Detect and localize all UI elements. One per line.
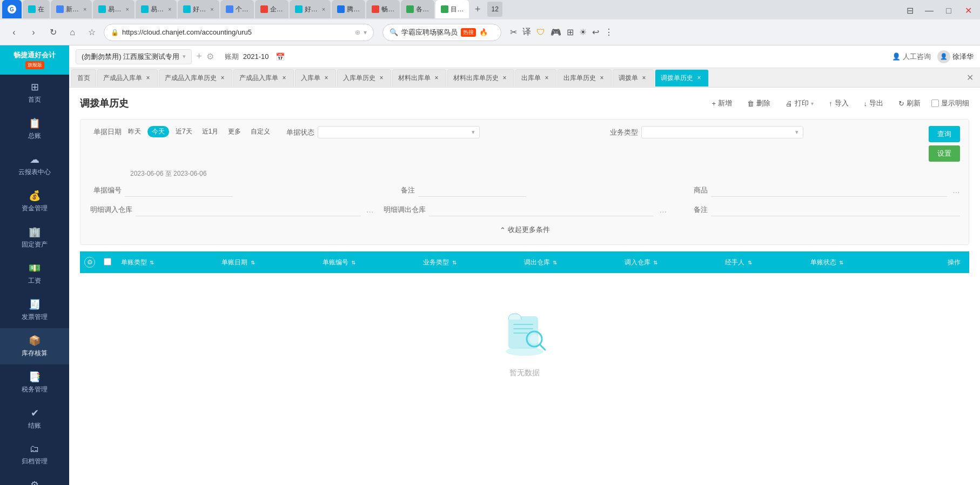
tab-customize-button[interactable]: ⊟	[902, 3, 917, 18]
page-tab-7[interactable]: 材料出库单 ×	[392, 69, 446, 87]
address-input[interactable]: 🔒 https://cloud.chanjet.com/accounting/u…	[104, 24, 374, 41]
tab-count[interactable]: 12	[487, 2, 502, 17]
th-transfer-out-sort[interactable]: ⇅	[553, 260, 557, 265]
page-tab-5[interactable]: 入库单 ×	[295, 69, 336, 87]
browser-tab-11[interactable]: 目…	[435, 0, 469, 18]
page-tab-3-close[interactable]: ×	[219, 74, 226, 82]
page-tab-8[interactable]: 材料出库单历史 ×	[447, 69, 514, 87]
th-handler[interactable]: 经手人 ⇅	[721, 251, 806, 273]
close-all-tabs-button[interactable]: ✕	[962, 72, 978, 83]
th-bill-type-sort[interactable]: ⇅	[150, 260, 154, 265]
th-bill-date[interactable]: 单账日期 ⇅	[217, 251, 318, 273]
scissors-icon[interactable]: ✂	[510, 27, 517, 37]
refresh-button[interactable]: ↻	[45, 25, 61, 40]
sidebar-item-inventory[interactable]: 📦 库存核算	[0, 328, 69, 364]
page-tab-9-close[interactable]: ×	[543, 74, 551, 82]
browser-tab-3[interactable]: 易… ×	[136, 0, 177, 18]
browser-tab-1[interactable]: 新… ×	[51, 0, 92, 18]
forward-button[interactable]: ›	[26, 25, 41, 40]
brightness-icon[interactable]: ☀	[579, 27, 587, 37]
page-tab-5-close[interactable]: ×	[323, 74, 330, 82]
back-button[interactable]: ‹	[6, 25, 22, 40]
browser-tab-zai[interactable]: 在	[23, 0, 50, 18]
collapse-button[interactable]: ⌃ 收起更多条件	[491, 222, 559, 238]
sidebar-item-settings[interactable]: ⚙ 基础设置	[0, 473, 69, 485]
page-tab-11[interactable]: 调拨单 ×	[613, 69, 654, 87]
sidebar-item-payroll[interactable]: 💵 工资	[0, 256, 69, 292]
status-dropdown[interactable]: ▾	[318, 126, 480, 138]
export-button[interactable]: ↓ 导出	[860, 96, 888, 110]
company-selector[interactable]: (勿删勿禁用) 江西服宝测试专用 ▾	[76, 49, 192, 64]
tab-close-button[interactable]: ✕	[961, 3, 976, 18]
page-tab-2-close[interactable]: ×	[144, 74, 152, 82]
page-tab-9[interactable]: 出库单 ×	[515, 69, 556, 87]
delete-button[interactable]: 🗑 删除	[743, 96, 775, 110]
goods-more-icon[interactable]: …	[952, 186, 960, 195]
sidebar-item-reports[interactable]: ☁ 云报表中心	[0, 147, 69, 183]
print-button[interactable]: 🖨 打印 ▾	[781, 96, 818, 110]
sidebar-item-ledger[interactable]: 📋 总账	[0, 111, 69, 147]
page-tab-2[interactable]: 产成品入库单 ×	[97, 69, 158, 87]
sidebar-item-closing[interactable]: ✔ 结账	[0, 401, 69, 437]
sidebar-item-tax[interactable]: 📑 税务管理	[0, 364, 69, 401]
remark-input[interactable]	[418, 184, 526, 197]
page-tab-12[interactable]: 调拨单历史 ×	[655, 69, 709, 87]
company-settings-icon[interactable]: ⚙	[206, 51, 214, 62]
th-bill-status-sort[interactable]: ⇅	[839, 260, 843, 265]
user-menu[interactable]: 👤 徐泽华	[937, 50, 974, 63]
print-dropdown-icon[interactable]: ▾	[811, 101, 814, 107]
browser-tab-4[interactable]: 好… ×	[178, 0, 219, 18]
page-tab-10-close[interactable]: ×	[598, 74, 606, 82]
th-settings[interactable]: ⚙	[80, 251, 99, 273]
menu-icon[interactable]: ⋮	[605, 27, 613, 37]
game-icon[interactable]: 🎮	[551, 27, 561, 37]
page-tab-home[interactable]: 首页	[71, 69, 96, 87]
th-bill-type[interactable]: 单账类型 ⇅	[117, 251, 217, 273]
query-button[interactable]: 查询	[929, 126, 960, 142]
th-handler-sort[interactable]: ⇅	[748, 260, 752, 265]
detail-out-more-icon[interactable]: …	[659, 205, 667, 214]
page-tab-6[interactable]: 入库单历史 ×	[337, 69, 391, 87]
grid-icon[interactable]: ⊞	[567, 27, 574, 37]
detail-in-input[interactable]	[136, 203, 361, 216]
sidebar-item-funds[interactable]: 💰 资金管理	[0, 183, 69, 220]
page-tab-7-close[interactable]: ×	[433, 74, 440, 82]
tab-maximize-button[interactable]: □	[941, 3, 956, 18]
th-transfer-in-sort[interactable]: ⇅	[653, 260, 657, 265]
select-all-checkbox[interactable]	[104, 258, 111, 265]
date-btn-yesterday[interactable]: 昨天	[125, 126, 144, 137]
date-btn-today[interactable]: 今天	[147, 126, 169, 137]
browser-tab-6[interactable]: 企…	[255, 0, 288, 18]
bill-no-input[interactable]	[125, 184, 233, 197]
tab-minimize-button[interactable]: —	[922, 3, 937, 18]
goods-input[interactable]	[711, 184, 947, 197]
address-dropdown-icon[interactable]: ▾	[364, 29, 367, 36]
remark2-input[interactable]	[711, 203, 960, 216]
tab-close-7[interactable]: ×	[322, 6, 325, 12]
sidebar-item-invoices[interactable]: 🧾 发票管理	[0, 292, 69, 328]
detail-in-more-icon[interactable]: …	[366, 205, 374, 214]
browser-tab-8[interactable]: 腾…	[332, 0, 365, 18]
date-btn-custom[interactable]: 自定义	[247, 126, 273, 137]
search-bar[interactable]: 🔍 学霸应聘场驱鸟员 热搜 🔥	[382, 24, 501, 41]
page-tab-4-close[interactable]: ×	[280, 74, 288, 82]
filter-settings-button[interactable]: 设置	[929, 145, 960, 162]
tab-close-2[interactable]: ×	[125, 6, 129, 12]
browser-tab-9[interactable]: 畅…	[366, 0, 400, 18]
sidebar-item-archives[interactable]: 🗂 归档管理	[0, 437, 69, 473]
browser-logo-tab[interactable]: G	[2, 0, 22, 18]
undo-icon[interactable]: ↩	[592, 27, 599, 37]
calendar-icon[interactable]: 📅	[276, 52, 285, 61]
show-cols-toggle[interactable]: 显示明细	[931, 98, 969, 108]
th-business-type-sort[interactable]: ⇅	[452, 260, 457, 265]
service-button[interactable]: 👤 人工咨询	[892, 52, 931, 62]
tab-close-4[interactable]: ×	[210, 6, 213, 12]
date-btn-7days[interactable]: 近7天	[172, 126, 196, 137]
th-bill-no[interactable]: 单账编号 ⇅	[318, 251, 419, 273]
import-button[interactable]: ↑ 导入	[824, 96, 853, 110]
page-tab-12-close[interactable]: ×	[695, 74, 703, 82]
address-menu-icon[interactable]: ⊕	[355, 29, 360, 36]
detail-out-input[interactable]	[429, 203, 654, 216]
home-button[interactable]: ⌂	[65, 25, 80, 40]
favorite-button[interactable]: ☆	[84, 25, 99, 40]
